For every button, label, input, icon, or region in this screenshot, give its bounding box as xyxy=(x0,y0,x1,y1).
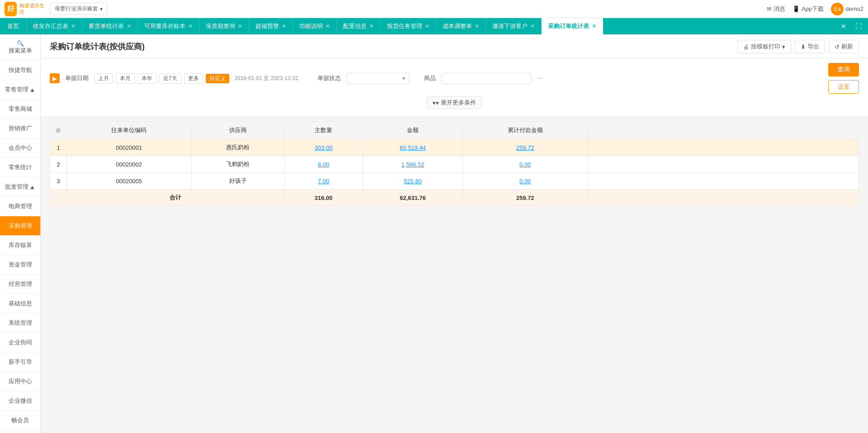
sidebar-item-operations[interactable]: 经营管理 xyxy=(0,275,40,294)
username: demo2 xyxy=(845,5,863,12)
user-menu[interactable]: Ea demo2 xyxy=(831,3,863,15)
sidebar-item-appcenter[interactable]: 应用中心 xyxy=(0,372,40,391)
row-1-extra xyxy=(588,139,859,156)
close-yaohuodan[interactable]: ✕ xyxy=(127,23,131,29)
sidebar-item-search[interactable]: 🔍 搜索菜单 xyxy=(0,34,40,61)
footer-empty xyxy=(50,190,67,206)
tab-gongneng[interactable]: 功能说明 ✕ xyxy=(293,18,337,34)
sidebar-item-purchase[interactable]: 采购管理 xyxy=(0,216,40,236)
close-gongneng[interactable]: ✕ xyxy=(326,23,330,29)
date-btn-lastmonth[interactable]: 上月 xyxy=(94,73,113,84)
row-2-qty[interactable]: 6.00 xyxy=(284,156,363,173)
close-baozhi[interactable]: ✕ xyxy=(238,23,242,29)
date-btn-7days[interactable]: 近7天 xyxy=(159,73,181,84)
date-label: 单据日期 xyxy=(65,74,89,82)
sidebar-item-retail-stats[interactable]: 零售统计 xyxy=(0,158,40,177)
date-btn-more[interactable]: 更多 xyxy=(184,73,203,84)
tab-shoufacun[interactable]: 收发存汇总表 ✕ xyxy=(27,18,82,34)
close-shoufacun[interactable]: ✕ xyxy=(71,23,75,29)
refresh-button[interactable]: ↺ 刷新 xyxy=(829,40,859,53)
app-icon: 📱 xyxy=(793,5,800,12)
row-1-qty[interactable]: 303.00 xyxy=(284,139,363,156)
close-caigou[interactable]: ✕ xyxy=(592,23,596,29)
app-download-btn[interactable]: 📱 App下载 xyxy=(793,5,824,13)
tab-chaoyujing[interactable]: 超储预警 ✕ xyxy=(249,18,293,34)
tab-chengben[interactable]: 成本调整单 ✕ xyxy=(436,18,486,34)
filter-row-1: ▶ 单据日期 上月 本月 本年 近7天 更多 自定义 2016-01-01 至 … xyxy=(50,63,859,94)
settings-button[interactable]: 设置 xyxy=(828,80,859,94)
tab-yaohuodan[interactable]: 要货单统计表 ✕ xyxy=(82,18,138,34)
row-3-supplier: 好孩子 xyxy=(191,173,284,190)
column-settings-icon[interactable]: ⚙ xyxy=(56,127,61,134)
goods-input[interactable] xyxy=(441,73,532,84)
filter-expand-row: ▾▾ 展开更多条件 xyxy=(50,94,859,112)
close-chaoyujing[interactable]: ✕ xyxy=(282,23,286,29)
tab-yaoqing[interactable]: 邀请下游客户 ✕ xyxy=(486,18,542,34)
nav-expand[interactable]: ⛶ xyxy=(853,22,864,31)
nav-right-controls: ✕ ⛶ xyxy=(838,22,868,31)
top-bar: 好 畅捷通好生意 母婴行业演示账套 ▾ ✉ 消息 📱 App下载 Ea demo… xyxy=(0,0,868,18)
close-jianhuo[interactable]: ✕ xyxy=(425,23,429,29)
close-keyongliang[interactable]: ✕ xyxy=(188,23,193,29)
tab-keyongliang[interactable]: 可用量库存账本 ✕ xyxy=(138,18,199,34)
tab-home[interactable]: 首页 xyxy=(0,18,27,34)
date-custom-badge[interactable]: 自定义 xyxy=(206,74,229,83)
goods-label: 商品 xyxy=(424,74,436,82)
footer-extra xyxy=(588,190,859,206)
export-button[interactable]: ⬇ 导出 xyxy=(795,40,825,53)
filter-toggle[interactable]: ▶ xyxy=(50,73,60,83)
row-3-amount[interactable]: 525.80 xyxy=(363,173,463,190)
sidebar-item-ecommerce[interactable]: 电商管理 xyxy=(0,197,40,216)
row-2-amount[interactable]: 1,586.52 xyxy=(363,156,463,173)
row-1-amount[interactable]: 60,519.44 xyxy=(363,139,463,156)
sidebar-item-marketing[interactable]: 营销推广 xyxy=(0,119,40,138)
status-label: 单据状态 xyxy=(317,74,341,82)
goods-more-btn[interactable]: ··· xyxy=(537,74,543,82)
tab-baozhi[interactable]: 保质期查询 ✕ xyxy=(199,18,249,34)
table-header-row: ⚙ 往来单位编码 供应商 主数量 金额 累计付款金额 xyxy=(50,122,859,139)
row-1-paid[interactable]: 259.72 xyxy=(463,139,588,156)
close-yaoqing[interactable]: ✕ xyxy=(530,23,535,29)
nav-close-all[interactable]: ✕ xyxy=(838,22,849,31)
sidebar-item-newbie[interactable]: 新手引导 xyxy=(0,352,40,372)
sidebar-item-inventory[interactable]: 库存核算 xyxy=(0,236,40,255)
print-button[interactable]: 🖨 按模板打印 ▾ xyxy=(737,40,791,53)
col-qty: 主数量 xyxy=(284,122,363,139)
close-chengben[interactable]: ✕ xyxy=(475,23,479,29)
message-btn[interactable]: ✉ 消息 xyxy=(767,5,785,13)
row-2-no: 2 xyxy=(50,156,67,173)
export-icon: ⬇ xyxy=(801,43,806,50)
footer-total-qty: 316.00 xyxy=(284,190,363,206)
sidebar-item-retail-mgmt[interactable]: 零售管理 ▲ xyxy=(0,80,40,100)
sidebar-item-system[interactable]: 系统管理 xyxy=(0,314,40,333)
sidebar-item-enterprise[interactable]: 企业协同 xyxy=(0,333,40,352)
expand-more-button[interactable]: ▾▾ 展开更多条件 xyxy=(427,96,482,109)
status-select[interactable] xyxy=(346,73,410,84)
query-button[interactable]: 查询 xyxy=(828,63,859,76)
workspace-selector[interactable]: 母婴行业演示账套 ▾ xyxy=(50,3,108,15)
sidebar-item-wholesale[interactable]: 批发管理 ▲ xyxy=(0,177,40,197)
date-btn-thismonth[interactable]: 本月 xyxy=(116,73,135,84)
sidebar-item-quicknav[interactable]: 快捷导航 xyxy=(0,61,40,80)
row-3-paid[interactable]: 0.00 xyxy=(463,173,588,190)
date-btn-thisyear[interactable]: 本年 xyxy=(137,73,156,84)
logo: 好 畅捷通好生意 xyxy=(5,2,45,16)
col-settings: ⚙ xyxy=(50,122,67,139)
sidebar-item-basic-info[interactable]: 基础信息 xyxy=(0,294,40,314)
wholesale-arrow: ▲ xyxy=(29,184,35,190)
col-supplier: 供应商 xyxy=(191,122,284,139)
row-2-paid[interactable]: 0.00 xyxy=(463,156,588,173)
tab-jianhuo[interactable]: 拣货任务管理 ✕ xyxy=(381,18,436,34)
row-3-qty[interactable]: 7.00 xyxy=(284,173,363,190)
sidebar-item-retail-mall[interactable]: 零售商城 xyxy=(0,100,40,119)
col-extra xyxy=(588,122,859,139)
tab-peizhi[interactable]: 配置信息 ✕ xyxy=(337,18,381,34)
col-unit-code: 往来单位编码 xyxy=(67,122,192,139)
sidebar-item-member2[interactable]: 畅会员 xyxy=(0,411,40,430)
row-2-extra xyxy=(588,156,859,173)
sidebar-item-wechat[interactable]: 企业微信 xyxy=(0,391,40,411)
sidebar-item-member[interactable]: 会员中心 xyxy=(0,138,40,158)
close-peizhi[interactable]: ✕ xyxy=(369,23,374,29)
tab-caigou[interactable]: 采购订单统计表 ✕ xyxy=(542,18,603,34)
sidebar-item-finance[interactable]: 资金管理 xyxy=(0,255,40,275)
